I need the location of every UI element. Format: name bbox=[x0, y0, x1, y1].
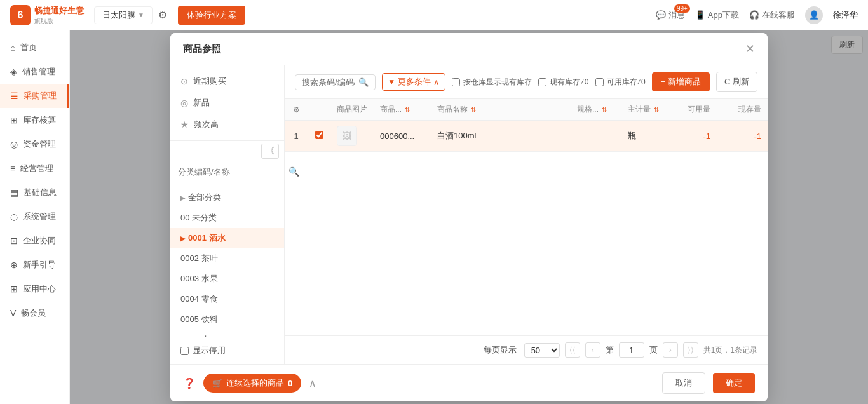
member-icon: V bbox=[10, 308, 16, 318]
col-name-header[interactable]: 商品名称 ⇅ bbox=[431, 99, 571, 121]
col-code-header[interactable]: 商品... ⇅ bbox=[374, 99, 431, 121]
col-unit-label: 主计量 bbox=[628, 105, 651, 114]
category-label: 0003 水果 bbox=[180, 273, 218, 285]
collapse-icon[interactable]: ∧ bbox=[309, 377, 316, 389]
last-page-button[interactable]: ⟩⟩ bbox=[683, 342, 698, 358]
product-image-cell: 🖼 bbox=[330, 121, 374, 152]
message-icon: 💬 bbox=[656, 10, 666, 20]
messages-button[interactable]: 💬 消息 99+ bbox=[656, 10, 685, 21]
sidebar-item-finance[interactable]: ◎ 资金管理 bbox=[0, 132, 69, 156]
store-selector[interactable]: 日太阳膜 ▼ bbox=[94, 6, 153, 24]
category-list: ▶ 全部分类 00 未分类 ▶ 0001 酒水 0002 茶 bbox=[170, 182, 284, 337]
app-download-button[interactable]: 📱 App下载 bbox=[695, 10, 739, 21]
frequent-tab-label: 频次高 bbox=[194, 119, 219, 130]
table-row[interactable]: 1 🖼 bbox=[285, 121, 768, 152]
row-number: 1 bbox=[285, 121, 308, 152]
sidebar-item-member[interactable]: V 畅会员 bbox=[0, 301, 69, 325]
collapse-button[interactable]: 《 bbox=[261, 144, 279, 159]
category-item-all[interactable]: ▶ 全部分类 bbox=[170, 187, 284, 208]
product-available-cell: -1 bbox=[666, 121, 717, 152]
filter-button[interactable]: ▼ 更多条件 ∧ bbox=[382, 73, 445, 91]
category-label: 0001 酒水 bbox=[188, 232, 226, 244]
headset-icon: 🎧 bbox=[749, 10, 759, 20]
product-spec-cell bbox=[571, 121, 621, 152]
logo-area: 6 畅捷通好生意 旗舰版 bbox=[10, 5, 84, 25]
customer-service-button[interactable]: 🎧 在线客服 bbox=[749, 10, 795, 21]
warehouse-checkbox[interactable] bbox=[452, 78, 460, 86]
sidebar-item-inventory[interactable]: ⊞ 库存核算 bbox=[0, 108, 69, 132]
new-products-tab[interactable]: ◎ 新品 bbox=[170, 92, 284, 114]
arrow-icon: ▶ bbox=[180, 194, 186, 201]
stock-ne0-filter[interactable]: 现有库存≠0 bbox=[538, 77, 588, 88]
cancel-button[interactable]: 取消 bbox=[662, 372, 705, 394]
pagination: 每页显示 50 10 20 100 ⟨⟨ ‹ 第 页 bbox=[285, 335, 768, 364]
sidebar-item-operations[interactable]: ≡ 经营管理 bbox=[0, 156, 69, 180]
category-search-box: 🔍 bbox=[170, 161, 284, 182]
category-item-liquor[interactable]: ▶ 0001 酒水 bbox=[170, 228, 284, 248]
col-spec-header[interactable]: 规格... ⇅ bbox=[571, 99, 621, 121]
avail-ne0-checkbox[interactable] bbox=[595, 78, 604, 86]
category-item-tea[interactable]: 0002 茶叶 bbox=[170, 248, 284, 269]
show-disabled-input[interactable] bbox=[180, 347, 189, 355]
sidebar-item-system[interactable]: ◌ 系统管理 bbox=[0, 205, 69, 229]
category-label: 00 未分类 bbox=[180, 212, 217, 224]
frequent-tab[interactable]: ★ 频次高 bbox=[170, 114, 284, 135]
sidebar-item-guide[interactable]: ⊕ 新手引导 bbox=[0, 253, 69, 277]
avatar[interactable]: 👤 bbox=[805, 6, 823, 24]
purchase-icon: ☰ bbox=[10, 91, 18, 101]
prev-page-button[interactable]: ‹ bbox=[585, 342, 600, 358]
add-product-button[interactable]: + 新增商品 bbox=[652, 72, 710, 91]
avail-ne0-filter[interactable]: 可用库存≠0 bbox=[595, 77, 646, 88]
service-label: 在线客服 bbox=[762, 10, 795, 21]
help-icon[interactable]: ❓ bbox=[183, 377, 196, 389]
search-icon[interactable]: 🔍 bbox=[358, 77, 369, 87]
sidebar-label-sales: 销售管理 bbox=[22, 66, 55, 77]
product-name-cell: 白酒100ml bbox=[431, 121, 571, 152]
ops-icon: ≡ bbox=[10, 163, 15, 173]
gear-icon[interactable]: ⚙ bbox=[153, 5, 173, 25]
sidebar-item-basic-info[interactable]: ▤ 基础信息 bbox=[0, 180, 69, 205]
sidebar-item-sales[interactable]: ◈ 销售管理 bbox=[0, 60, 69, 84]
col-unit-header[interactable]: 主计量 ⇅ bbox=[621, 99, 666, 121]
category-item-snack[interactable]: 0004 零食 bbox=[170, 289, 284, 309]
category-label: 0002 茶叶 bbox=[180, 253, 218, 264]
warehouse-filter[interactable]: 按仓库显示现有库存 bbox=[452, 77, 532, 88]
cart-button[interactable]: 🛒 连续选择的商品 0 bbox=[203, 374, 301, 393]
category-item-fruit[interactable]: 0003 水果 bbox=[170, 269, 284, 289]
col-avail-header: 可用量 bbox=[666, 99, 717, 121]
stock-ne0-label: 现有库存≠0 bbox=[550, 77, 588, 88]
sidebar-label-operations: 经营管理 bbox=[20, 163, 53, 174]
next-page-button[interactable]: › bbox=[663, 342, 678, 358]
page-number-input[interactable] bbox=[619, 342, 644, 358]
new-tab-label: 新品 bbox=[193, 97, 210, 109]
sidebar-item-purchase[interactable]: ☰ 采购管理 bbox=[0, 84, 69, 108]
arrow-icon: ▶ bbox=[180, 235, 186, 242]
recent-purchase-tab[interactable]: ⊙ 近期购买 bbox=[170, 71, 284, 92]
product-table-body: 1 🖼 bbox=[285, 121, 768, 152]
trial-button[interactable]: 体验行业方案 bbox=[178, 6, 245, 25]
quick-tabs: ⊙ 近期购买 ◎ 新品 ★ 频次高 bbox=[170, 65, 284, 141]
page-size-select[interactable]: 50 10 20 100 bbox=[524, 343, 560, 358]
sort-icon: ⇅ bbox=[654, 106, 659, 113]
close-icon[interactable]: ✕ bbox=[745, 42, 755, 56]
category-search-input[interactable] bbox=[178, 167, 285, 177]
refresh-button[interactable]: C 刷新 bbox=[716, 72, 757, 92]
col-spec-label: 规格... bbox=[577, 105, 599, 114]
stock-ne0-checkbox[interactable] bbox=[538, 78, 546, 86]
enterprise-icon: ⊡ bbox=[10, 236, 18, 246]
category-item-beverage[interactable]: 0005 饮料 bbox=[170, 309, 284, 330]
show-disabled-checkbox[interactable]: 显示停用 bbox=[180, 345, 274, 356]
category-item-water[interactable]: 0008 水 bbox=[170, 330, 284, 337]
product-unit-cell: 瓶 bbox=[621, 121, 666, 152]
row-checkbox[interactable] bbox=[315, 131, 323, 139]
category-item-unclassified[interactable]: 00 未分类 bbox=[170, 208, 284, 228]
sidebar-item-enterprise[interactable]: ⊡ 企业协同 bbox=[0, 229, 69, 253]
sidebar-item-apps[interactable]: ⊞ 应用中心 bbox=[0, 277, 69, 301]
product-search-input[interactable] bbox=[302, 77, 355, 87]
confirm-button[interactable]: 确定 bbox=[713, 373, 755, 393]
sidebar-item-home[interactable]: ⌂ 首页 bbox=[0, 36, 69, 60]
info-icon: ▤ bbox=[10, 187, 18, 198]
left-panel: ⊙ 近期购买 ◎ 新品 ★ 频次高 bbox=[170, 65, 285, 364]
first-page-button[interactable]: ⟨⟨ bbox=[565, 342, 580, 358]
product-table: ⚙ 商品图片 商品... ⇅ 商品名称 bbox=[285, 99, 768, 152]
